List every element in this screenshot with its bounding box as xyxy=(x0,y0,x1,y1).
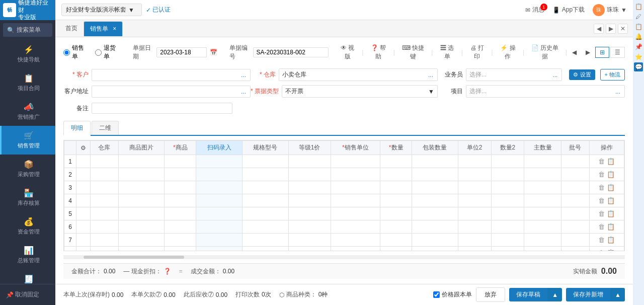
row-quantity-1[interactable] xyxy=(380,155,412,168)
price-checkbox-label[interactable]: 价格跟本单 xyxy=(433,290,472,299)
row-mainqty-4[interactable] xyxy=(524,194,561,207)
row-mainqty-6[interactable] xyxy=(524,220,561,234)
row-quantity2-8[interactable] xyxy=(491,247,524,252)
sidebar-item-fund[interactable]: 💰资金管理 xyxy=(0,212,55,241)
row-unit2-4[interactable] xyxy=(458,194,491,207)
row-spec-3[interactable] xyxy=(242,181,288,194)
row-batch-6[interactable] xyxy=(561,220,590,234)
right-panel-icon-2[interactable]: 🖊 xyxy=(634,12,643,21)
row-copy-4[interactable]: 📋 xyxy=(607,197,615,204)
note-input[interactable] xyxy=(92,103,232,114)
row-unit-4[interactable] xyxy=(331,194,380,207)
row-warehouse-8[interactable] xyxy=(91,247,119,252)
row-quantity2-1[interactable] xyxy=(491,155,524,168)
row-spec-7[interactable] xyxy=(242,234,288,247)
row-unit-8[interactable] xyxy=(331,247,380,252)
row-product-6[interactable] xyxy=(165,220,196,234)
list-view-button[interactable]: ☰ xyxy=(610,47,625,58)
row-barcode-7[interactable] xyxy=(196,234,243,247)
sidebar-item-project[interactable]: 📋项目合同 xyxy=(0,68,55,97)
operation-button[interactable]: ⚡ 操作 xyxy=(494,42,522,62)
abandon-button[interactable]: 放弃 xyxy=(476,287,505,302)
close-tab-button[interactable]: ✕ xyxy=(618,24,628,34)
price-checkbox[interactable] xyxy=(433,291,440,298)
salesperson-input[interactable]: 选择... ... xyxy=(466,68,562,81)
row-warehouse-7[interactable] xyxy=(91,234,119,247)
row-pack-2[interactable] xyxy=(412,168,458,181)
row-product-3[interactable] xyxy=(165,181,196,194)
message-button[interactable]: ✉ 消息 1 xyxy=(525,6,544,14)
sales-order-radio-input[interactable] xyxy=(63,49,70,56)
row-quantity-4[interactable] xyxy=(380,194,412,207)
row-price1-6[interactable] xyxy=(288,220,331,234)
row-unit2-6[interactable] xyxy=(458,220,491,234)
row-copy-2[interactable]: 📋 xyxy=(607,171,615,178)
right-panel-icon-3[interactable]: 📋 xyxy=(634,22,643,31)
right-panel-icon-1[interactable]: 📋 xyxy=(634,2,643,11)
row-price1-8[interactable] xyxy=(288,247,331,252)
row-delete-7[interactable]: 🗑 xyxy=(598,236,605,244)
row-price1-5[interactable] xyxy=(288,207,331,220)
row-quantity-8[interactable] xyxy=(380,247,412,252)
row-product-5[interactable] xyxy=(165,207,196,220)
row-quantity2-2[interactable] xyxy=(491,168,524,181)
customer-input[interactable]: ... xyxy=(92,69,251,81)
row-unit-2[interactable] xyxy=(331,168,380,181)
sales-order-radio[interactable]: 销售单 xyxy=(63,44,89,61)
return-order-radio[interactable]: 退货单 xyxy=(95,44,121,61)
row-mainqty-8[interactable] xyxy=(524,247,561,252)
date-input[interactable] xyxy=(156,47,207,57)
history-button[interactable]: 📄 历史单据 xyxy=(525,42,565,62)
print-button[interactable]: 🖨 打印 xyxy=(464,42,491,62)
row-pack-4[interactable] xyxy=(412,194,458,207)
grid-view-button[interactable]: ⊞ xyxy=(595,47,609,58)
row-unit2-8[interactable] xyxy=(458,247,491,252)
app-download-button[interactable]: 📱 App下载 xyxy=(552,6,585,14)
prev-record-button[interactable]: ◀ xyxy=(568,47,581,57)
row-spec-2[interactable] xyxy=(242,168,288,181)
right-panel-icon-4[interactable]: 🔔 xyxy=(634,32,643,41)
tab-2d[interactable]: 二维 xyxy=(92,121,119,135)
row-warehouse-4[interactable] xyxy=(91,194,119,207)
row-delete-2[interactable]: 🗑 xyxy=(598,171,605,178)
row-spec-1[interactable] xyxy=(242,155,288,168)
row-batch-4[interactable] xyxy=(561,194,590,207)
row-quantity2-7[interactable] xyxy=(491,234,524,247)
shortcut-button[interactable]: ⌨ 快捷键 xyxy=(396,42,430,62)
logistics-btn[interactable]: + 物流 xyxy=(600,69,625,81)
row-mainqty-7[interactable] xyxy=(524,234,561,247)
row-quantity-3[interactable] xyxy=(380,181,412,194)
row-unit2-2[interactable] xyxy=(458,168,491,181)
calendar-icon[interactable]: 📅 xyxy=(210,49,217,56)
row-delete-3[interactable]: 🗑 xyxy=(598,184,605,191)
row-barcode-6[interactable] xyxy=(196,220,243,234)
row-mainqty-5[interactable] xyxy=(524,207,561,220)
settings-btn[interactable]: ⚙ 设置 xyxy=(569,69,595,80)
sidebar-item-account[interactable]: 📊总账管理 xyxy=(0,241,55,269)
row-price1-3[interactable] xyxy=(288,181,331,194)
save-draft-dropdown-button[interactable]: ▲ xyxy=(547,288,562,301)
warehouse-input[interactable]: 小卖仓库 ... xyxy=(279,68,438,81)
row-pack-6[interactable] xyxy=(412,220,458,234)
row-quantity2-5[interactable] xyxy=(491,207,524,220)
next-tab-button[interactable]: ▶ xyxy=(606,24,616,34)
row-barcode-8[interactable] xyxy=(196,247,243,252)
warehouse-select-button[interactable]: ... xyxy=(427,71,434,79)
row-quantity-6[interactable] xyxy=(380,220,412,234)
row-spec-8[interactable] xyxy=(242,247,288,252)
row-barcode-5[interactable] xyxy=(196,207,243,220)
save-draft-button[interactable]: 保存草稿 xyxy=(509,288,547,301)
row-mainqty-1[interactable] xyxy=(524,155,561,168)
save-new-dropdown-button[interactable]: ▲ xyxy=(610,288,625,301)
scrollbar-thumb[interactable] xyxy=(84,256,184,259)
tab-home[interactable]: 首页 xyxy=(60,21,83,36)
row-product-2[interactable] xyxy=(165,168,196,181)
row-spec-5[interactable] xyxy=(242,207,288,220)
row-delete-5[interactable]: 🗑 xyxy=(598,210,605,217)
tab-close-button[interactable]: × xyxy=(113,25,116,32)
row-warehouse-6[interactable] xyxy=(91,220,119,234)
row-batch-3[interactable] xyxy=(561,181,590,194)
sidebar-item-purchase[interactable]: 📦采购管理 xyxy=(0,155,55,183)
row-quantity2-4[interactable] xyxy=(491,194,524,207)
row-product-8[interactable] xyxy=(165,247,196,252)
